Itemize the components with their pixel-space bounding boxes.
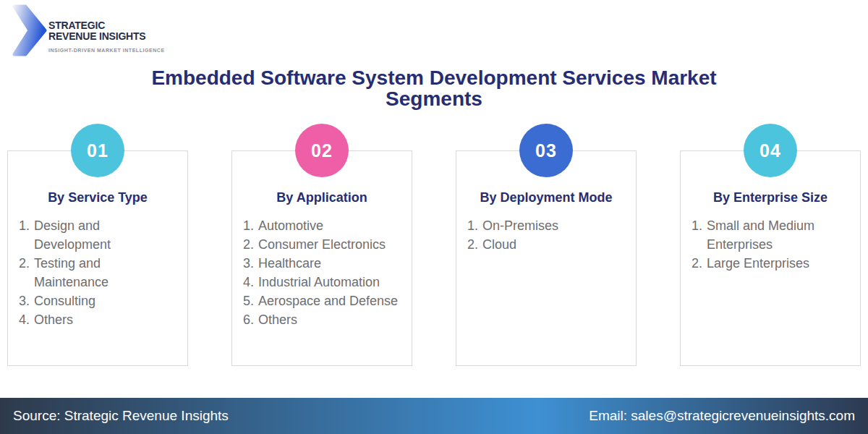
segment-card-deployment-mode: 03 By Deployment Mode 1.On-Premises2.Clo… [456,124,637,366]
step-number: 02 [311,140,333,161]
item-text: Automotive [258,216,400,235]
footer-email: Email: sales@strategicrevenueinsights.co… [589,408,855,424]
step-number: 01 [87,140,109,161]
list-item: 1.Design and Development [19,216,176,254]
segment-cards: 01 By Service Type 1.Design and Developm… [7,124,861,366]
item-text: Others [34,310,176,329]
card-heading: By Deployment Mode [467,189,625,206]
item-number: 1. [243,216,258,235]
card-heading: By Application [243,189,401,206]
logo-tagline: INSIGHT-DRIVEN MARKET INTELLIGENCE [48,48,165,53]
list-item: 1.Automotive [243,216,401,235]
item-number: 3. [19,292,34,310]
card-box: By Application 1.Automotive2.Consumer El… [231,150,412,366]
item-text: Design and Development [34,216,176,254]
item-number: 1. [692,216,707,254]
item-text: Cloud [482,235,624,254]
list-item: 2.Large Enterprises [692,254,849,273]
segment-list: 1.On-Premises2.Cloud [467,216,625,254]
segment-card-service-type: 01 By Service Type 1.Design and Developm… [7,124,188,366]
footer-bar: Source: Strategic Revenue Insights Email… [0,398,868,434]
card-box: By Enterprise Size 1.Small and Medium En… [680,150,861,366]
list-item: 3.Healthcare [243,254,401,273]
list-item: 4.Others [19,310,176,329]
item-number: 1. [467,216,482,235]
segment-card-enterprise-size: 04 By Enterprise Size 1.Small and Medium… [680,124,861,366]
list-item: 3.Consulting [19,292,176,310]
list-item: 4.Industrial Automation [243,273,401,292]
page-title-line2: Segments [0,88,868,109]
item-number: 3. [243,254,258,273]
item-text: Consumer Electronics [258,235,400,254]
step-badge: 04 [744,124,797,177]
item-text: Consulting [34,292,176,310]
segment-list: 1.Automotive2.Consumer Electronics3.Heal… [243,216,401,329]
item-number: 1. [19,216,34,254]
segment-list: 1.Small and Medium Enterprises2.Large En… [692,216,849,273]
logo-text: STRATEGIC REVENUE INSIGHTS INSIGHT-DRIVE… [48,4,165,53]
item-text: On-Premises [482,216,624,235]
infographic-page: STRATEGIC REVENUE INSIGHTS INSIGHT-DRIVE… [0,0,868,434]
card-heading: By Service Type [19,189,176,206]
logo-wordmark-line2: REVENUE INSIGHTS [48,31,165,42]
step-badge: 03 [519,124,573,177]
item-text: Healthcare [258,254,400,273]
item-number: 6. [243,310,258,329]
card-box: By Deployment Mode 1.On-Premises2.Cloud [456,150,637,366]
item-number: 4. [19,310,34,329]
list-item: 5.Aerospace and Defense [243,292,401,310]
item-number: 2. [243,235,258,254]
step-badge: 01 [71,124,124,177]
footer-source: Source: Strategic Revenue Insights [13,408,229,424]
list-item: 6.Others [243,310,401,329]
item-number: 2. [467,235,482,254]
item-text: Others [258,310,400,329]
item-text: Small and Medium Enterprises [707,216,848,254]
card-heading: By Enterprise Size [692,189,849,206]
list-item: 2.Consumer Electronics [243,235,401,254]
item-number: 2. [692,254,707,273]
page-title-line1: Embedded Software System Development Ser… [0,67,868,88]
step-number: 04 [760,140,781,161]
item-text: Testing and Maintenance [34,254,176,292]
logo-chevron-icon [11,4,47,56]
item-number: 4. [243,273,258,292]
list-item: 2.Cloud [467,235,625,254]
item-text: Industrial Automation [258,273,400,292]
step-badge: 02 [295,124,349,177]
list-item: 2.Testing and Maintenance [19,254,176,292]
page-title: Embedded Software System Development Ser… [0,67,868,109]
segment-list: 1.Design and Development2.Testing and Ma… [19,216,176,329]
item-text: Large Enterprises [707,254,848,273]
item-number: 2. [19,254,34,292]
list-item: 1.On-Premises [467,216,625,235]
logo-wordmark-line1: STRATEGIC [48,20,165,31]
list-item: 1.Small and Medium Enterprises [692,216,849,254]
item-text: Aerospace and Defense [258,292,400,310]
item-number: 5. [243,292,258,310]
logo-wordmark: STRATEGIC REVENUE INSIGHTS [48,20,165,42]
card-box: By Service Type 1.Design and Development… [7,150,188,366]
segment-card-application: 02 By Application 1.Automotive2.Consumer… [231,124,412,366]
step-number: 03 [535,140,557,161]
logo: STRATEGIC REVENUE INSIGHTS INSIGHT-DRIVE… [11,4,165,56]
